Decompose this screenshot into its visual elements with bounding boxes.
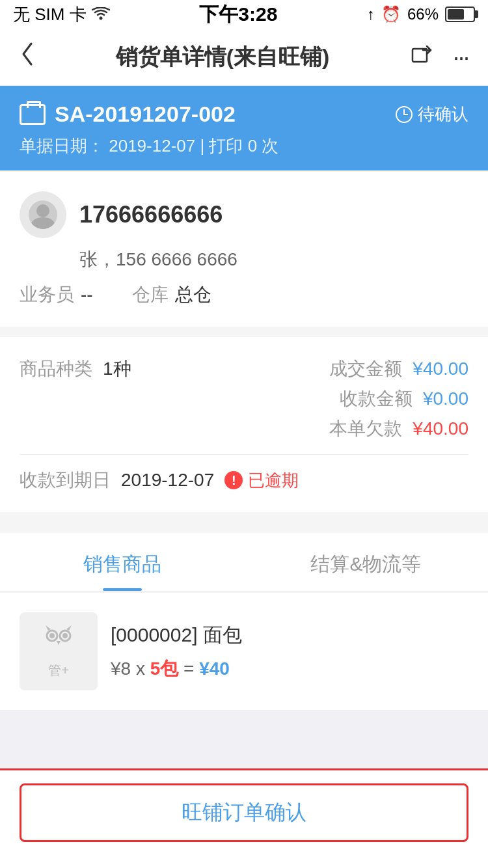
deal-amount-value: ¥40.00 <box>413 359 468 379</box>
alarm-icon: ⏰ <box>381 5 401 23</box>
status-carrier: 无 SIM 卡 <box>13 3 110 26</box>
customer-meta: 业务员 -- 仓库 总仓 <box>20 282 468 307</box>
battery-icon <box>445 7 475 22</box>
tab-settlement-logistics[interactable]: 结算&物流等 <box>244 533 488 591</box>
overdue-badge: ! 已逾期 <box>224 469 299 492</box>
svg-point-4 <box>49 633 55 638</box>
date-label: 单据日期： <box>20 136 104 156</box>
overdue-icon: ! <box>224 471 243 489</box>
battery-text: 66% <box>407 5 439 23</box>
order-header-banner: SA-20191207-002 待确认 单据日期： 2019-12-07 | 打… <box>0 86 488 170</box>
product-logo-icon <box>39 624 78 659</box>
salesperson-info: 业务员 -- <box>20 282 93 307</box>
deal-amount-label: 成交金额 <box>329 357 402 381</box>
customer-phone: 17666666666 <box>79 201 223 228</box>
carrier-text: 无 SIM 卡 <box>13 3 87 26</box>
salesperson-value: -- <box>81 284 93 305</box>
divider-2 <box>0 512 488 522</box>
status-bar: 无 SIM 卡 下午3:28 ↑ ⏰ 66% <box>0 0 488 29</box>
status-icons: ↑ ⏰ 66% <box>367 5 475 23</box>
owed-amount-row: 本单欠款 ¥40.00 <box>329 416 468 441</box>
svg-point-5 <box>62 633 68 638</box>
svg-point-0 <box>99 16 102 20</box>
back-button[interactable] <box>20 41 35 73</box>
product-price: ¥8 x 5包 = ¥40 <box>111 657 468 681</box>
divider-1 <box>0 327 488 337</box>
tabs-row: 销售商品 结算&物流等 <box>0 533 488 591</box>
deal-amount-row: 成交金额 ¥40.00 <box>329 357 468 381</box>
product-image: 管+ <box>20 612 98 690</box>
avatar-icon <box>29 200 57 229</box>
payment-amount-row: 收款金额 ¥0.00 <box>340 387 468 411</box>
order-number: SA-20191207-002 <box>20 102 236 127</box>
product-type-value: 1种 <box>103 357 131 381</box>
avatar <box>20 191 66 238</box>
summary-section: 商品种类 1种 成交金额 ¥40.00 收款金额 ¥0.00 本单欠款 ¥40.… <box>0 337 488 512</box>
due-date-section: 收款到期日 2019-12-07 ! 已逾期 <box>20 454 468 493</box>
product-type-info: 商品种类 1种 <box>20 357 131 381</box>
nav-actions: ··· <box>410 42 468 72</box>
warehouse-value: 总仓 <box>175 282 211 307</box>
product-brand-text: 管+ <box>48 662 69 679</box>
page-title: 销货单详情(来自旺铺) <box>116 42 330 72</box>
tabs-section: 销售商品 结算&物流等 <box>0 533 488 591</box>
warehouse-label: 仓库 <box>132 282 169 307</box>
order-date-row: 单据日期： 2019-12-07 | 打印 0 次 <box>20 135 468 157</box>
owed-amount-label: 本单欠款 <box>329 416 402 441</box>
order-status: 待确认 <box>396 103 468 126</box>
status-time: 下午3:28 <box>199 1 277 28</box>
product-name: [0000002] 面包 <box>111 622 468 649</box>
order-date: 2019-12-07 <box>109 136 195 156</box>
salesperson-label: 业务员 <box>20 282 74 307</box>
payment-amount-label: 收款金额 <box>340 387 413 411</box>
product-item: 管+ [0000002] 面包 ¥8 x 5包 = ¥40 <box>0 593 488 711</box>
more-icon[interactable]: ··· <box>453 44 468 71</box>
products-section: 管+ [0000002] 面包 ¥8 x 5包 = ¥40 <box>0 593 488 711</box>
status-text: 待确认 <box>418 103 468 126</box>
product-logo: 管+ <box>39 624 78 679</box>
tab-sales-products[interactable]: 销售商品 <box>0 533 244 591</box>
location-icon: ↑ <box>367 5 375 23</box>
wifi-icon <box>92 5 110 25</box>
customer-name: 张，156 6666 6666 <box>20 247 468 272</box>
due-date-value: 2019-12-07 <box>121 470 214 491</box>
product-type-label: 商品种类 <box>20 357 92 381</box>
amount-info: 成交金额 ¥40.00 收款金额 ¥0.00 本单欠款 ¥40.00 <box>329 357 468 441</box>
confirm-order-button[interactable]: 旺铺订单确认 <box>20 783 468 842</box>
customer-section: 17666666666 张，156 6666 6666 业务员 -- 仓库 总仓 <box>0 172 488 327</box>
share-icon[interactable] <box>410 42 433 72</box>
overdue-text: 已逾期 <box>248 469 299 492</box>
order-document-icon <box>20 104 46 125</box>
navigation-bar: 销货单详情(来自旺铺) ··· <box>0 29 488 86</box>
warehouse-info: 仓库 总仓 <box>132 282 211 307</box>
due-date-label: 收款到期日 <box>20 468 111 493</box>
product-info: [0000002] 面包 ¥8 x 5包 = ¥40 <box>111 622 468 681</box>
payment-amount-value: ¥0.00 <box>423 388 468 409</box>
bottom-bar: 旺铺订单确认 <box>0 768 488 868</box>
print-info: 打印 0 次 <box>209 136 278 156</box>
owed-amount-value: ¥40.00 <box>413 418 468 439</box>
clock-icon <box>396 106 413 123</box>
